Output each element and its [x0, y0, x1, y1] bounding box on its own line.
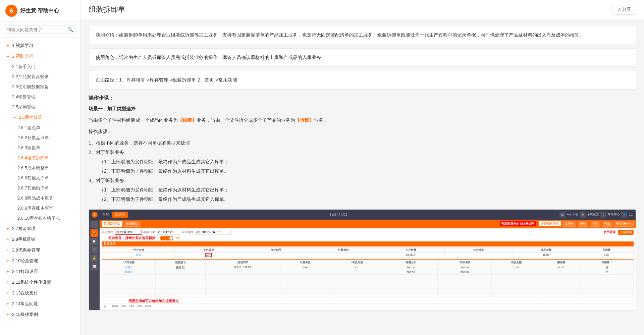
- role-block: 使用角色：通常由生产人员或库管人员完成拆装业务的操作，库管人员确认原材料的出库和…: [89, 48, 636, 67]
- ss-code-input[interactable]: [195, 230, 232, 235]
- scenario1-desc: 当由多个子件材料组装成一个成品的业务为【组装】业务，当由一个父件拆分成多个子产品…: [89, 115, 636, 125]
- ss-upper-row1: 木床 品1 10.00 个 10.00 0.00: [102, 253, 634, 257]
- ss-upper-cell-avail: 0.00: [580, 253, 633, 257]
- sidebar-item-transfer[interactable]: 2.6.3调拨单: [0, 143, 80, 153]
- share-button[interactable]: ↗ 分享: [612, 4, 636, 15]
- step1: 1、根据不同的业务，选择不同单据的类型来处理: [89, 138, 636, 148]
- nav-item-inventory[interactable]: − 2.6库存核算: [0, 112, 80, 123]
- nav-item-faq[interactable]: + 2.14常见问题: [0, 298, 80, 309]
- search-input[interactable]: [7, 27, 67, 32]
- ss-upper-cell-desc: [242, 253, 310, 257]
- ss-icon-home-nav: ⌂: [91, 221, 98, 228]
- ss-th-unit: 计量单位: [310, 247, 377, 253]
- expand-icon-pay: +: [5, 291, 10, 295]
- expand-icon-print: +: [5, 269, 10, 274]
- nav-item-fund[interactable]: + 2.7资金管理: [0, 223, 80, 234]
- sidebar-item-costadj[interactable]: 2.6.5成本调整单: [0, 163, 80, 173]
- ss-upper-table: *父件名称 父件编码 描述细节 计量单位 生产数量 生产成本 成品金额 可用量: [102, 247, 634, 258]
- ss-footer-v1: ¥0.00: [112, 304, 118, 308]
- expand-icon-voucher: +: [5, 248, 10, 253]
- sidebar-item-assembly[interactable]: 2.6.4组装拆卸单: [0, 153, 80, 163]
- ss-sidebar-icons: ⌂ 📦 📋 🛒 💰 📊: [89, 220, 100, 310]
- ss-btn-export[interactable]: 导出: [602, 221, 612, 227]
- ss-btn-bom[interactable]: 选择配料清单: [538, 221, 561, 227]
- ss-footer-v2: 0.00: [121, 304, 126, 308]
- ss-lr1-name: 木料 1: [102, 265, 156, 270]
- ss-lr1-unitcost: 300.00: [438, 265, 491, 270]
- ss-lr2-spec: [156, 270, 205, 274]
- ss-lr2-unitcost: 300.00: [438, 270, 491, 274]
- nav-item-ops[interactable]: + 2.10经营管理: [0, 256, 80, 266]
- ss-tab-home: 自然: [100, 212, 112, 218]
- ss-enable-btn[interactable]: 立案发票: [618, 230, 634, 235]
- sidebar-item-otherout[interactable]: 2.6.7其他出库单: [0, 183, 80, 193]
- ss-btn-audit[interactable]: 反审核: [562, 221, 576, 227]
- sidebar-item-costcalc[interactable]: 2.6.8商品成本重算: [0, 193, 80, 203]
- ss-lr1-needed: 0.00: [541, 265, 581, 270]
- sidebar-item-stockcheck[interactable]: 2.6.9库存账本查询: [0, 203, 80, 213]
- nav-item-print[interactable]: + 2.11打印设置: [0, 266, 80, 277]
- sidebar-item-partstocktake[interactable]: 2.6.2分量盘点单: [0, 133, 80, 143]
- sidebar-item-dataprep[interactable]: 2.3使用前数据准备: [0, 82, 80, 92]
- path-text: 页面路径：1、库存核算->库存管理->组装拆卸单 2、首页->常用功能: [96, 77, 237, 82]
- ss-btn-type[interactable]: 库 组装拆卸: [102, 221, 122, 227]
- steps-section: 操作步骤： 场景一：加工类型选择 当由多个子件材料组装成一个成品的业务为【组装】…: [89, 95, 636, 204]
- sidebar-item-otherin[interactable]: 2.6.6其他入库单: [0, 173, 80, 183]
- ss-btn-confirm[interactable]: 审核: [578, 221, 588, 227]
- logo-area: 6 好生意 帮助中心: [0, 0, 80, 22]
- ss-upper-cell-prodqty: 10.00 个: [377, 253, 445, 257]
- ss-th-avail: 可用量: [580, 247, 633, 253]
- nav-item-mobile[interactable]: + 2.8手机旺铺: [0, 234, 80, 245]
- search-box[interactable]: 🔍: [4, 25, 76, 34]
- ss-lth-spec: 规格型号: [156, 260, 205, 265]
- ss-lower-row1: 木料 1 颜色:红 颜色:红 长度:2米 3000 1×1=1 300.00 3…: [102, 265, 634, 270]
- nav-label-video: 1.视频学习: [12, 43, 33, 49]
- ss-lr1-avail: 图: [581, 265, 634, 270]
- ss-lth-desc: 描述细节: [205, 260, 280, 265]
- ss-lr2-amount: [491, 270, 541, 274]
- ss-lth-unit: 计量单位: [280, 260, 330, 265]
- ss-toggle[interactable]: [160, 236, 173, 240]
- ss-footer-v4: 0.00: [137, 304, 142, 308]
- ss-icon-label3: 帮助中心: [608, 212, 620, 217]
- ss-tab-new: 新建单: [112, 212, 128, 218]
- ss-date-input[interactable]: [157, 230, 180, 235]
- ss-th-amount: 成品金额: [512, 247, 580, 253]
- screenshot-image: 6 自然 新建单 TEST-H002 ⊞ App下载 ⚙ 系统设置 ? 帮助中心…: [89, 210, 636, 310]
- sidebar-item-stocktake[interactable]: 2.6.1盘点单: [0, 123, 80, 133]
- ss-lower-row3: [102, 274, 634, 279]
- nav-item-helpdoc[interactable]: − 2.帮助文档: [0, 51, 80, 62]
- ss-upper-cell-amount: 10.00: [512, 253, 580, 257]
- ss-lr2-needed: [541, 270, 581, 274]
- ss-btn-more[interactable]: 更多操作▼: [614, 221, 634, 227]
- page-title: 组装拆卸单: [89, 4, 125, 14]
- nav-item-voucher[interactable]: + 2.9优惠券管理: [0, 245, 80, 256]
- ss-btn-delete[interactable]: 批量删除: [124, 221, 141, 227]
- ss-btn-print[interactable]: 打印: [590, 221, 600, 227]
- nav-item-custom[interactable]: + 2.12系统个性化设置: [0, 277, 80, 288]
- nav-label-mobile: 2.8手机旺铺: [12, 236, 36, 242]
- expand-icon-faq: +: [5, 301, 10, 306]
- ss-header-right: ⊞ App下载 ⚙ 系统设置 ? 帮助中心 👤 CC: [559, 212, 633, 218]
- sidebar-item-install[interactable]: 2.2产品安装及登录: [0, 72, 80, 82]
- sidebar-item-accounterr[interactable]: 2.6.10库存账本错了么: [0, 213, 80, 223]
- ss-icon-inventory-nav: 📦: [91, 229, 98, 237]
- ss-icon-purchase-nav: 🛒: [91, 246, 98, 254]
- ss-type-input[interactable]: [115, 230, 142, 235]
- ss-logo: 6: [92, 212, 98, 218]
- nav-label-faq: 2.14常见问题: [12, 301, 38, 307]
- ss-th-parent-code: 父件编码: [175, 247, 242, 253]
- share-icon: ↗: [617, 7, 621, 12]
- steps-intro: 操作步骤：: [89, 127, 636, 136]
- ss-th-cost: 生产成本: [445, 247, 512, 253]
- sidebar-item-purchase[interactable]: 2.5采购管理: [0, 102, 80, 112]
- share-label: 分享: [622, 6, 631, 12]
- sidebar-item-sales[interactable]: 2.4销售管理: [0, 92, 80, 102]
- ss-lr2-avail: 图: [581, 270, 634, 274]
- nav-item-video[interactable]: + 1.视频学习: [0, 40, 80, 51]
- expand-icon-mobile: +: [5, 237, 10, 242]
- sidebar-item-newbie[interactable]: 2.1新手入门: [0, 62, 80, 72]
- nav-item-pay[interactable]: + 2.13在线支付: [0, 288, 80, 298]
- expand-icon-custom: +: [5, 280, 10, 285]
- nav-item-case[interactable]: + 2.15操作案例: [0, 309, 80, 320]
